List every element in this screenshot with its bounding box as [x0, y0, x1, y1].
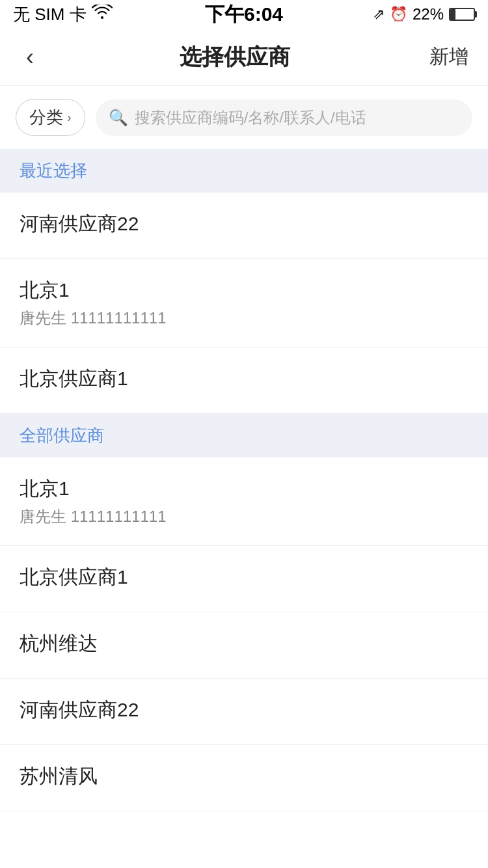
location-icon: ⇗ — [373, 6, 385, 23]
category-filter-button[interactable]: 分类 › — [16, 99, 85, 136]
list-item-name: 北京供应商1 — [20, 564, 468, 591]
section-header-text-0: 最近选择 — [20, 161, 87, 180]
battery-label: 22% — [413, 5, 444, 23]
list-item-sub: 唐先生 11111111111 — [20, 308, 468, 329]
list-item-name: 北京1 — [20, 476, 468, 502]
search-icon: 🔍 — [109, 109, 128, 127]
battery-icon — [449, 8, 475, 21]
section-header-1: 全部供应商 — [0, 414, 488, 457]
list-item[interactable]: 河南供应商22 — [0, 679, 488, 745]
search-placeholder: 搜索供应商编码/名称/联系人/电话 — [135, 107, 366, 128]
list-item[interactable]: 北京1唐先生 11111111111 — [0, 259, 488, 347]
category-label: 分类 — [29, 106, 63, 129]
list-item[interactable]: 苏州清风 — [0, 745, 488, 811]
sim-status: 无 SIM 卡 — [13, 3, 87, 26]
alarm-icon: ⏰ — [390, 6, 407, 23]
status-bar: 无 SIM 卡 下午6:04 ⇗ ⏰ 22% — [0, 0, 488, 29]
section-header-0: 最近选择 — [0, 149, 488, 193]
list-item-name: 北京供应商1 — [20, 366, 468, 392]
status-time: 下午6:04 — [205, 1, 283, 28]
list-item-name: 杭州维达 — [20, 631, 468, 657]
search-box[interactable]: 🔍 搜索供应商编码/名称/联系人/电话 — [96, 100, 472, 136]
nav-bar: ‹ 选择供应商 新增 — [0, 29, 488, 86]
list-item[interactable]: 河南供应商22 — [0, 193, 488, 259]
back-button[interactable]: ‹ — [20, 37, 40, 77]
chevron-right-icon: › — [67, 110, 72, 125]
list-item[interactable]: 北京供应商1 — [0, 347, 488, 414]
sections-container: 最近选择河南供应商22北京1唐先生 11111111111北京供应商1全部供应商… — [0, 149, 488, 811]
list-item-name: 苏州清风 — [20, 763, 468, 790]
filter-bar: 分类 › 🔍 搜索供应商编码/名称/联系人/电话 — [0, 86, 488, 149]
add-button[interactable]: 新增 — [429, 44, 468, 70]
list-item-name: 河南供应商22 — [20, 211, 468, 237]
list-item-name: 河南供应商22 — [20, 697, 468, 724]
list-item[interactable]: 北京供应商1 — [0, 546, 488, 612]
wifi-icon — [92, 5, 113, 25]
section-header-text-1: 全部供应商 — [20, 426, 104, 445]
list-item[interactable]: 杭州维达 — [0, 612, 488, 679]
list-item-name: 北京1 — [20, 277, 468, 304]
status-left: 无 SIM 卡 — [13, 3, 113, 26]
list-item-sub: 唐先生 11111111111 — [20, 506, 468, 527]
status-right: ⇗ ⏰ 22% — [373, 5, 475, 23]
page-title: 选择供应商 — [180, 42, 290, 72]
list-item[interactable]: 北京1唐先生 11111111111 — [0, 457, 488, 546]
